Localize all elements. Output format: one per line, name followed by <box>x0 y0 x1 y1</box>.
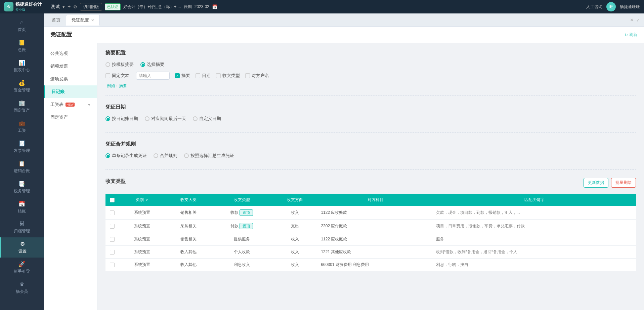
radio-merge-rule[interactable]: 合并规则 <box>154 153 177 159</box>
tab-close-icon[interactable]: ✕ <box>91 18 94 23</box>
row-category: 系统预置 <box>119 259 165 271</box>
row-checkbox[interactable] <box>110 210 115 215</box>
row-checkbox[interactable] <box>110 237 115 242</box>
merge-radio-group: 单条记录生成凭证 合并规则 按照选择汇总生成凭证 <box>105 153 636 159</box>
row-keywords: 项目，日常费用，报销款，车费，承兑汇票，付款 <box>433 220 636 233</box>
checkbox-date[interactable]: 日期 <box>196 73 211 79</box>
tab-home[interactable]: 首页 <box>48 15 65 25</box>
row-category: 系统预置 <box>119 220 165 233</box>
radio-period-last-day[interactable]: 对应期间最后一天 <box>145 116 186 122</box>
row-checkbox[interactable] <box>110 250 115 255</box>
sidebar-item-label: 工资 <box>18 128 26 133</box>
update-data-button[interactable]: 更新数据 <box>584 178 608 188</box>
left-nav-sales-invoice[interactable]: 销项发票 <box>44 60 97 73</box>
radio-template-summary[interactable]: 按模板摘要 <box>105 62 134 68</box>
tab-bar-close-icon[interactable]: ✕ <box>630 17 634 23</box>
switch-version-button[interactable]: 切到旧版 <box>80 3 102 11</box>
page-header: 凭证配置 ↻ 刷新 <box>44 27 644 43</box>
row-checkbox[interactable] <box>110 224 115 229</box>
tab-bar-expand-icon[interactable]: ⤢ <box>636 17 640 23</box>
logo: 会 畅捷通好会计 专业版 <box>4 1 48 12</box>
sidebar-item-fund[interactable]: 💰 资金管理 <box>0 76 44 96</box>
sidebar-item-ledger[interactable]: 📒 总账 <box>0 36 44 56</box>
refresh-button[interactable]: ↻ 刷新 <box>625 32 637 38</box>
logo-sub: 专业版 <box>15 7 42 12</box>
env-arrow-icon[interactable]: ▾ <box>62 4 65 9</box>
sidebar-item-assets[interactable]: 🏢 固定资产 <box>0 96 44 117</box>
row-category: 系统预置 <box>119 246 165 259</box>
sidebar-item-tax[interactable]: 📑 税务管理 <box>0 177 44 197</box>
sidebar-item-label: 报表中心 <box>14 67 30 73</box>
checkbox-date-box <box>196 73 200 78</box>
batch-delete-button[interactable]: 批量删除 <box>611 178 636 188</box>
sidebar-item-archive[interactable]: 🗄 归档管理 <box>0 218 44 237</box>
checkbox-summary[interactable]: ✓ 摘要 <box>175 73 190 79</box>
top-tag[interactable]: 置顶 <box>240 209 253 216</box>
left-nav-purchase-invoice[interactable]: 进项发票 <box>44 73 97 85</box>
select-all-checkbox[interactable] <box>110 198 115 202</box>
left-nav-payroll[interactable]: 工资表 NEW ▾ <box>44 98 97 111</box>
logo-icon: 会 <box>4 2 13 11</box>
radio-circle-selected <box>140 62 145 67</box>
table-actions: 更新数据 批量删除 <box>584 178 636 188</box>
calendar-icon[interactable]: 📅 <box>212 4 217 9</box>
left-nav-public[interactable]: 公共选项 <box>44 47 97 60</box>
settings-sidebar-icon: ⚙ <box>20 241 25 247</box>
sidebar-item-invoice[interactable]: 🧾 发票管理 <box>0 137 44 157</box>
sidebar-item-member[interactable]: ♛ 畅会员 <box>0 278 44 298</box>
checkbox-income-type[interactable]: 收支类型 <box>216 73 240 79</box>
left-nav-fixed-assets[interactable]: 固定资产 <box>44 111 97 124</box>
radio-single-record[interactable]: 单条记录生成凭证 <box>105 153 147 159</box>
checkbox-counterparty[interactable]: 对方户名 <box>245 73 269 79</box>
sidebar-item-guide[interactable]: 🚀 新手引导 <box>0 258 44 278</box>
row-subject: 660301 财务费用 利息费用 <box>318 259 433 271</box>
row-category: 系统预置 <box>119 206 165 220</box>
consult-button[interactable]: 人工咨询 <box>586 4 602 10</box>
sidebar-item-close[interactable]: 📅 结账 <box>0 197 44 218</box>
sidebar-item-label: 进销台账 <box>14 168 30 174</box>
page-title: 凭证配置 <box>50 31 72 38</box>
col-direction: 收支方向 <box>272 194 318 206</box>
row-income-type: 收款 置顶 <box>212 206 272 220</box>
sidebar-item-purchase[interactable]: 📋 进销台账 <box>0 157 44 177</box>
row-major-type: 销售相关 <box>165 206 212 220</box>
col-income-type: 收支类型 <box>212 194 272 206</box>
sidebar-item-label: 设置 <box>18 248 27 254</box>
row-major-type: 采购相关 <box>165 220 212 233</box>
radio-single-circle <box>105 153 110 158</box>
fixed-text-input[interactable] <box>136 72 170 80</box>
radio-period-circle <box>145 116 149 121</box>
top-tag[interactable]: 置顶 <box>240 223 253 229</box>
date-radio-group: 按日记账日期 对应期间最后一天 自定义日期 <box>105 116 636 122</box>
radio-journal-date[interactable]: 按日记账日期 <box>105 116 138 122</box>
checkbox-fixed-text[interactable]: 固定文本 <box>105 73 129 79</box>
sidebar-item-settings[interactable]: ⚙ 设置 <box>0 237 44 258</box>
sidebar-item-report[interactable]: 📊 报表中心 <box>0 56 44 76</box>
row-keywords: 服务 <box>433 233 636 246</box>
radio-custom-date[interactable]: 自定义日期 <box>193 116 221 122</box>
purchase-icon: 📋 <box>18 160 25 167</box>
radio-total-generate[interactable]: 按照选择汇总生成凭证 <box>184 153 234 159</box>
user-label: 畅捷通旺旺 <box>620 4 640 10</box>
accounting-label: 好会计（专）+好生意（标）+ ... <box>123 4 181 10</box>
checkbox-income-type-box <box>216 73 221 78</box>
sidebar-item-salary[interactable]: 💼 工资 <box>0 117 44 137</box>
sidebar-item-label: 归档管理 <box>14 228 30 234</box>
sidebar-item-home[interactable]: ⌂ 首页 <box>0 16 44 36</box>
row-keywords: 收到*借款，收到*备用金，退回*备用金，个人 <box>433 246 636 259</box>
left-nav-journal[interactable]: 日记账 <box>44 85 97 98</box>
add-button[interactable]: + <box>68 4 71 10</box>
content-area: 首页 凭证配置 ✕ ✕ ⤢ 凭证配置 ↻ 刷新 公共选项 <box>44 13 644 310</box>
sidebar-item-label: 发票管理 <box>14 148 30 154</box>
table-row: 系统预置 收入其他 利息收入 收入 660301 财务费用 利息费用 利息，行转… <box>105 259 636 271</box>
period-value: 2023-02 <box>195 4 209 9</box>
tab-voucher-config[interactable]: 凭证配置 ✕ <box>66 15 100 26</box>
settings-icon[interactable]: ⚙ <box>73 4 77 9</box>
row-checkbox[interactable] <box>110 263 115 267</box>
tab-bar: 首页 凭证配置 ✕ ✕ ⤢ <box>44 13 644 27</box>
row-major-type: 收入其他 <box>165 246 212 259</box>
member-icon: ♛ <box>19 281 24 287</box>
sidebar-item-label: 结账 <box>18 208 26 214</box>
sidebar-item-label: 固定资产 <box>14 108 30 113</box>
radio-select-summary[interactable]: 选择摘要 <box>140 62 164 68</box>
